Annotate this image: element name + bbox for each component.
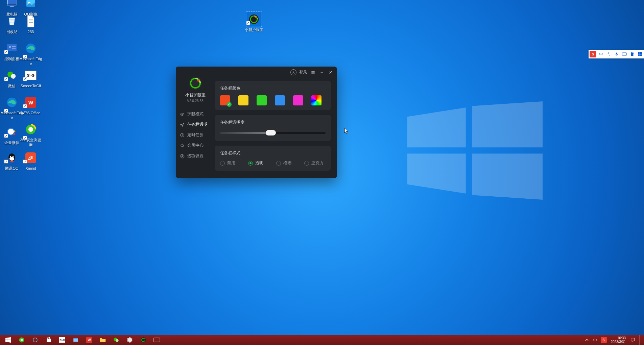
taskbar-app-keyboard[interactable] (150, 335, 164, 345)
nav-timer[interactable]: 定时任务 (176, 130, 215, 140)
taskbar-app-eyecare[interactable] (137, 335, 150, 345)
desktop-icon-label: Microsoft Edge (19, 57, 43, 66)
desktop-icon-label: 233 (19, 30, 43, 34)
taskbar-app-folder[interactable] (96, 335, 110, 345)
desktop-icon-eyecare-selected[interactable]: ↗ 小智护眼宝 (242, 12, 266, 32)
user-avatar-icon[interactable] (290, 69, 296, 75)
radio-acrylic[interactable]: 亚克力 (304, 160, 324, 166)
start-button[interactable] (1, 335, 15, 345)
radio-blur[interactable]: 模糊 (276, 160, 291, 166)
svg-point-74 (116, 339, 118, 342)
taskbar-app-fileexplorer[interactable] (69, 335, 82, 345)
desktop-icon-screentogif[interactable]: S>G ↗ ScreenToGif (19, 68, 43, 89)
color-swatch-blue[interactable] (275, 95, 285, 105)
radio-disable[interactable]: 禁用 (220, 160, 235, 166)
show-desktop-button[interactable] (639, 335, 641, 345)
tray-show-hidden-icon[interactable] (583, 337, 590, 343)
svg-rect-59 (638, 52, 640, 54)
menu-button[interactable] (310, 69, 316, 75)
svg-point-8 (9, 46, 11, 48)
nav-vip[interactable]: 会员中心 (176, 140, 215, 151)
desktop-icon-wps[interactable]: W ↗ WPS Office (19, 95, 43, 116)
desktop-icon-edge-2[interactable]: ↗ Microsoft Edge (19, 41, 43, 66)
ime-skin-button[interactable] (629, 51, 635, 57)
360-browser-icon (24, 122, 38, 137)
tray-clock[interactable]: 10:33 2023/3/31 (609, 336, 628, 344)
tray-action-center-icon[interactable] (629, 337, 636, 343)
svg-marker-63 (5, 338, 8, 340)
tray-sogou-icon[interactable]: S (600, 337, 607, 343)
ime-toolbar[interactable]: S 中 °, (589, 50, 644, 58)
app-content: 任务栏颜色 ✓ 任务栏透明度 任务栏样式 (215, 67, 337, 178)
svg-line-50 (183, 126, 184, 126)
tray-ime-lang[interactable]: 中 (592, 337, 599, 343)
check-icon: ✓ (227, 102, 232, 107)
taskbar-app-screentogif[interactable]: S>G (55, 335, 69, 345)
radio-label: 禁用 (227, 160, 235, 166)
taskbar-app-wps[interactable]: W (82, 335, 96, 345)
app-logo-icon (188, 76, 202, 90)
color-swatch-magenta[interactable] (293, 95, 303, 105)
taskbar-app-wechat[interactable] (110, 335, 123, 345)
radio-label: 模糊 (283, 160, 291, 166)
desktop-icon-label: ScreenToGif (19, 84, 43, 89)
svg-rect-56 (622, 53, 627, 55)
minimize-button[interactable] (319, 69, 325, 75)
sogou-ime-icon[interactable]: S (590, 51, 596, 57)
shortcut-arrow-icon: ↗ (4, 50, 8, 54)
shortcut-arrow-icon: ↗ (23, 159, 27, 164)
edge-icon (5, 95, 19, 109)
taskbar-app-settings[interactable] (123, 335, 137, 345)
svg-point-18 (9, 157, 14, 161)
system-tray: 中 S 10:33 2023/3/31 (583, 335, 643, 345)
nav-eye-mode[interactable]: 护眼模式 (176, 109, 215, 119)
desktop-icon-360-browser[interactable]: ↗ 360安全浏览器 (19, 122, 43, 147)
radio-label: 亚克力 (311, 160, 324, 166)
shortcut-arrow-icon: ↗ (4, 134, 8, 138)
svg-rect-70 (47, 339, 51, 342)
ime-toolbox-button[interactable] (637, 51, 643, 57)
style-radio-group: 禁用 透明 模糊 亚克力 (220, 160, 326, 166)
svg-rect-9 (12, 46, 16, 47)
ime-voice-button[interactable] (614, 51, 620, 57)
close-button[interactable] (328, 69, 334, 75)
color-swatch-rainbow[interactable] (311, 95, 321, 105)
svg-point-15 (13, 133, 15, 135)
svg-rect-6 (10, 6, 14, 7)
radio-transparent[interactable]: 透明 (248, 160, 263, 166)
color-swatch-green[interactable] (257, 95, 267, 105)
eyecare-app-window: 登录 小智护眼宝 V2.0.26.38 护眼模式 任务栏透明 定时任务 会员中心… (176, 67, 337, 178)
desktop-icon-text-file[interactable]: 233 (19, 14, 43, 34)
svg-point-20 (13, 156, 14, 157)
svg-point-68 (21, 339, 23, 341)
ime-keyboard-button[interactable] (621, 51, 627, 57)
nav-label: 护眼模式 (187, 111, 204, 117)
svg-line-51 (181, 126, 181, 126)
taskbar-app-360[interactable] (15, 335, 28, 345)
svg-line-52 (183, 123, 184, 123)
slider-thumb[interactable] (266, 130, 276, 135)
ime-punct-button[interactable]: °, (606, 51, 612, 57)
shortcut-arrow-icon: ↗ (4, 159, 8, 164)
taskbar-app-cortana[interactable] (28, 335, 42, 345)
taskbar-app-store[interactable] (42, 335, 55, 345)
shortcut-arrow-icon: ↗ (23, 77, 27, 81)
edge-icon (24, 41, 38, 55)
svg-line-49 (181, 123, 181, 123)
svg-rect-71 (73, 338, 78, 339)
svg-rect-5 (7, 4, 16, 5)
color-swatch-yellow[interactable] (238, 95, 248, 105)
app-sidebar: 小智护眼宝 V2.0.26.38 护眼模式 任务栏透明 定时任务 会员中心 选项… (176, 67, 215, 178)
svg-point-16 (14, 130, 15, 132)
nav-taskbar-transparent[interactable]: 任务栏透明 (176, 119, 215, 130)
svg-point-54 (182, 155, 183, 157)
transparency-slider[interactable] (220, 129, 326, 136)
taskbar: S>G W 中 S 10:33 2023/3/31 (0, 335, 644, 345)
nav-label: 任务栏透明 (187, 122, 208, 127)
nav-settings[interactable]: 选项设置 (176, 151, 215, 161)
desktop-icon-xmind[interactable]: ↗ Xmind (19, 151, 43, 171)
color-swatch-red[interactable]: ✓ (220, 95, 230, 105)
ime-lang-button[interactable]: 中 (598, 51, 604, 57)
svg-point-43 (182, 114, 183, 115)
login-button[interactable]: 登录 (299, 70, 307, 75)
